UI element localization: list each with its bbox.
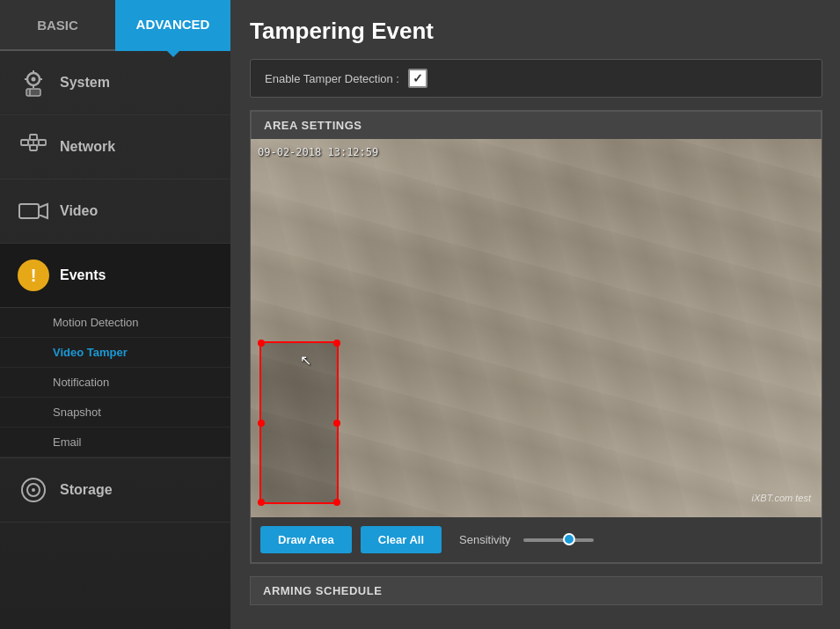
arming-schedule-section: ARMING SCHEDULE (250, 576, 822, 605)
network-label: Network (60, 139, 115, 155)
sidebar-item-system[interactable]: System (0, 51, 230, 115)
svg-line-13 (28, 143, 30, 148)
sidebar-item-events[interactable]: ! Events (0, 244, 230, 308)
camera-feed[interactable]: 09-02-2018 13:12:59 iXBT.com test ↖ (251, 139, 822, 517)
handle-top-right[interactable] (333, 340, 340, 347)
events-subitems: Motion Detection Video Tamper Notificati… (0, 308, 230, 458)
svg-rect-11 (39, 140, 46, 145)
sidebar-item-video-tamper[interactable]: Video Tamper (0, 338, 230, 368)
sensitivity-label: Sensitivity (459, 533, 511, 546)
svg-line-12 (28, 137, 30, 143)
sensitivity-slider-wrap (523, 538, 594, 542)
svg-line-15 (37, 143, 39, 148)
camera-watermark: iXBT.com test (752, 493, 811, 503)
handle-bottom-right[interactable] (333, 499, 340, 506)
sidebar: BASIC ADVANCED System (0, 0, 230, 629)
area-settings-box: AREA SETTINGS 09-02-2018 13:12:59 iXBT.c… (250, 110, 822, 564)
sidebar-item-video[interactable]: Video (0, 179, 230, 244)
storage-icon (14, 471, 53, 509)
events-icon: ! (14, 256, 53, 295)
svg-line-14 (37, 137, 39, 143)
sidebar-item-notification[interactable]: Notification (0, 368, 230, 398)
sidebar-item-motion-detection[interactable]: Motion Detection (0, 308, 230, 338)
main-content: Tampering Event Enable Tamper Detection … (230, 0, 840, 629)
svg-marker-18 (39, 204, 47, 218)
camera-timestamp: 09-02-2018 13:12:59 (258, 146, 378, 158)
tab-advanced[interactable]: ADVANCED (115, 0, 230, 51)
svg-rect-9 (30, 135, 37, 140)
svg-point-21 (32, 488, 35, 492)
system-label: System (60, 75, 110, 91)
controls-row: Draw Area Clear All Sensitivity (251, 517, 822, 563)
tab-bar: BASIC ADVANCED (0, 0, 230, 51)
svg-point-1 (32, 77, 36, 82)
sensitivity-slider-track (523, 538, 594, 542)
handle-mid-left[interactable] (258, 420, 265, 427)
sidebar-item-snapshot[interactable]: Snapshot (0, 398, 230, 428)
draw-area-button[interactable]: Draw Area (260, 526, 352, 553)
system-icon (14, 63, 53, 102)
svg-rect-8 (21, 140, 28, 145)
sidebar-item-email[interactable]: Email (0, 428, 230, 457)
sidebar-item-storage[interactable]: Storage (0, 458, 230, 523)
enable-tamper-checkbox[interactable] (408, 69, 427, 88)
clear-all-button[interactable]: Clear All (361, 526, 442, 553)
handle-bottom-left[interactable] (258, 499, 265, 506)
sidebar-item-network[interactable]: Network (0, 115, 230, 179)
svg-rect-10 (30, 145, 37, 150)
page-title: Tampering Event (250, 18, 822, 45)
cursor-indicator: ↖ (300, 352, 311, 369)
enable-tamper-row: Enable Tamper Detection : (250, 59, 822, 98)
video-icon (14, 192, 53, 230)
area-settings-header: AREA SETTINGS (251, 111, 822, 139)
video-label: Video (60, 203, 98, 219)
events-label: Events (60, 267, 106, 283)
svg-rect-17 (19, 204, 39, 218)
selection-rectangle[interactable] (259, 341, 339, 504)
handle-mid-right[interactable] (333, 420, 340, 427)
tab-basic[interactable]: BASIC (0, 0, 115, 51)
enable-tamper-label: Enable Tamper Detection : (265, 72, 399, 85)
storage-label: Storage (60, 482, 113, 498)
sensitivity-slider-thumb[interactable] (563, 533, 575, 545)
handle-top-left[interactable] (258, 340, 265, 347)
svg-rect-6 (26, 89, 40, 96)
network-icon (14, 128, 53, 166)
arming-schedule-header: ARMING SCHEDULE (250, 576, 822, 605)
